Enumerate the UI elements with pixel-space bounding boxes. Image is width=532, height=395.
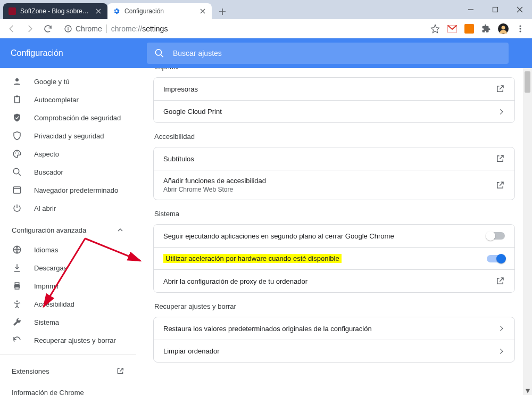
sidebar-item-label: Sistema	[34, 318, 59, 326]
chevron-right-icon[interactable]	[497, 325, 505, 332]
settings-row[interactable]: Limpiar ordenador	[154, 340, 514, 362]
sidebar-item-person[interactable]: Google y tú	[0, 72, 136, 90]
restore-icon	[12, 335, 22, 345]
settings-row[interactable]: Impresoras	[154, 78, 514, 100]
settings-row-label: Subtítulos	[163, 155, 194, 163]
tab-settings[interactable]: Configuración	[107, 3, 212, 19]
toggle-switch[interactable]	[487, 232, 505, 240]
chevron-up-icon	[116, 226, 124, 234]
section-card-system: Seguir ejecutando aplicaciones en segund…	[153, 224, 515, 293]
toggle-switch[interactable]	[487, 255, 505, 262]
sidebar-item-clipboard[interactable]: Autocompletar	[0, 90, 136, 109]
sidebar-item-restore[interactable]: Recuperar ajustes y borrar	[0, 331, 136, 349]
sidebar-item-power[interactable]: Al abrir	[0, 199, 136, 217]
profile-avatar[interactable]	[498, 23, 509, 34]
settings-row[interactable]: Google Cloud Print	[154, 100, 514, 122]
bookmark-star-icon[interactable]	[430, 23, 440, 34]
sidebar-item-print[interactable]: Imprimir	[0, 277, 136, 295]
shield-check-icon	[12, 113, 22, 122]
chevron-right-icon[interactable]	[497, 108, 505, 116]
sidebar-advanced-label: Configuración avanzada	[12, 226, 86, 234]
new-tab-button[interactable]	[215, 4, 230, 19]
sidebar-item-accessibility[interactable]: Accesibilidad	[0, 295, 136, 313]
svg-rect-5	[464, 24, 474, 34]
person-icon	[12, 77, 22, 86]
svg-rect-23	[15, 287, 19, 289]
reload-button[interactable]	[40, 21, 55, 36]
shield-icon	[12, 131, 22, 141]
tab-title: SoftZone - Blog sobre software,	[20, 7, 90, 15]
address-bar[interactable]: Chrome chrome://settings	[59, 21, 427, 36]
settings-row-text: Impresoras	[163, 85, 198, 93]
sidebar-advanced-toggle[interactable]: Configuración avanzada	[0, 219, 136, 241]
settings-row-label: Utilizar aceleración por hardware cuando…	[163, 254, 342, 262]
open-external-icon	[116, 367, 124, 375]
svg-point-8	[519, 25, 521, 27]
settings-row[interactable]: Restaura los valores predeterminados ori…	[154, 317, 514, 340]
sidebar-item-browser[interactable]: Navegador predeterminado	[0, 181, 136, 199]
extension-orange-icon[interactable]	[464, 23, 475, 34]
settings-row-label: Restaura los valores predeterminados ori…	[163, 325, 372, 333]
gear-icon	[113, 7, 120, 15]
window-controls	[459, 0, 532, 19]
settings-row[interactable]: Añadir funciones de accesibilidad Abrir …	[154, 170, 514, 200]
chevron-right-icon[interactable]	[497, 348, 505, 355]
close-icon[interactable]	[95, 7, 102, 15]
sidebar-item-search[interactable]: Buscador	[0, 163, 136, 181]
svg-point-7	[502, 26, 505, 29]
sidebar-item-shield-check[interactable]: Comprobación de seguridad	[0, 109, 136, 127]
sidebar-item-download[interactable]: Descargas	[0, 259, 136, 277]
close-icon[interactable]	[199, 7, 206, 15]
window-minimize-button[interactable]	[459, 0, 483, 19]
settings-row-text: Limpiar ordenador	[163, 347, 220, 355]
globe-icon	[12, 245, 22, 254]
gmail-icon[interactable]	[447, 23, 458, 34]
settings-row[interactable]: Utilizar aceleración por hardware cuando…	[154, 247, 514, 269]
sidebar-item-globe[interactable]: Idiomas	[0, 241, 136, 259]
svg-point-12	[15, 78, 19, 81]
open-external-icon[interactable]	[495, 180, 505, 190]
forward-button[interactable]	[22, 21, 37, 36]
scroll-down-arrow[interactable]: ▾	[523, 386, 532, 395]
settings-row-text: Seguir ejecutando aplicaciones en segund…	[163, 232, 394, 240]
wrench-icon	[12, 317, 22, 327]
extensions-puzzle-icon[interactable]	[481, 23, 492, 34]
section-title-print: Imprimir	[154, 68, 515, 71]
sidebar-about-link[interactable]: Información de Chrome	[0, 382, 136, 395]
settings-row[interactable]: Subtítulos	[154, 147, 514, 170]
chrome-menu-button[interactable]	[515, 23, 526, 34]
window-maximize-button[interactable]	[483, 0, 508, 19]
page-scrollbar[interactable]: ▴ ▾	[523, 68, 532, 395]
settings-search-input[interactable]	[172, 48, 501, 58]
sidebar-item-wrench[interactable]: Sistema	[0, 313, 136, 331]
back-button[interactable]	[4, 21, 19, 36]
settings-search[interactable]	[147, 43, 509, 64]
svg-point-15	[15, 153, 16, 154]
section-title-system: Sistema	[154, 210, 515, 218]
svg-rect-14	[16, 96, 19, 97]
svg-point-11	[155, 50, 161, 55]
settings-row-label: Añadir funciones de accesibilidad	[163, 177, 266, 185]
download-icon	[12, 263, 22, 273]
open-external-icon[interactable]	[495, 154, 505, 163]
open-external-icon[interactable]	[495, 276, 505, 286]
sidebar-item-shield[interactable]: Privacidad y seguridad	[0, 127, 136, 145]
sidebar-item-palette[interactable]: Aspecto	[0, 145, 136, 163]
section-title-reset: Recuperar ajustes y borrar	[154, 302, 515, 310]
settings-content[interactable]: Imprimir Impresoras Google Cloud Print A…	[136, 68, 532, 395]
settings-row-label: Google Cloud Print	[163, 108, 222, 116]
scrollbar-thumb[interactable]	[525, 71, 530, 93]
settings-row[interactable]: Abrir la configuración de proxy de tu or…	[154, 269, 514, 292]
section-title-accessibility: Accesibilidad	[154, 133, 515, 141]
open-external-icon[interactable]	[495, 84, 505, 94]
settings-row[interactable]: Seguir ejecutando aplicaciones en segund…	[154, 225, 514, 247]
browser-toolbar: Chrome chrome://settings	[0, 19, 532, 38]
settings-body: Google y tú Autocompletar Comprobación d…	[0, 68, 532, 395]
window-close-button[interactable]	[508, 0, 532, 19]
tab-softzone[interactable]: SoftZone - Blog sobre software,	[3, 3, 107, 19]
sidebar-extensions-link[interactable]: Extensiones	[0, 360, 136, 382]
sidebar-item-label: Autocompletar	[34, 96, 79, 104]
sidebar-item-label: Información de Chrome	[12, 389, 84, 396]
svg-rect-1	[493, 7, 498, 12]
sidebar-item-label: Navegador predeterminado	[34, 186, 118, 194]
